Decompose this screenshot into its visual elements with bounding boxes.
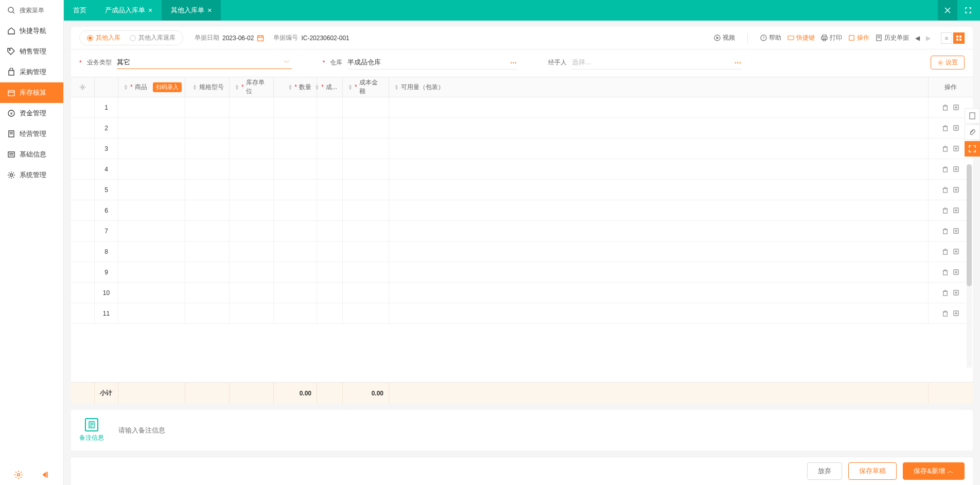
nav-funds[interactable]: ¥ 资金管理 [0, 103, 63, 124]
sort-icon[interactable]: ▲▼ [288, 84, 292, 90]
save-new-button[interactable]: 保存&新增︿ [903, 462, 965, 480]
th-cost[interactable]: ▲▼*成... [317, 77, 343, 97]
more-icon[interactable]: ⋯ [510, 59, 517, 66]
add-icon[interactable] [953, 228, 959, 234]
table-row[interactable]: 7 [71, 221, 973, 241]
biz-type-input[interactable] [117, 57, 292, 69]
radio-other-return[interactable]: 其他入库退库 [130, 33, 176, 42]
more-icon[interactable]: ⋯ [734, 59, 742, 66]
print-link[interactable]: 打印 [821, 33, 842, 42]
view-list-button[interactable]: ≡ [941, 32, 952, 44]
scrollbar[interactable] [967, 164, 972, 368]
close-all-button[interactable] [938, 0, 957, 21]
nav-basic[interactable]: 基础信息 [0, 144, 63, 165]
chevron-down-icon[interactable]: ﹀ [284, 58, 290, 67]
add-icon[interactable] [953, 207, 959, 214]
table-row[interactable]: 11 [71, 303, 973, 324]
delete-icon[interactable] [942, 207, 949, 214]
add-icon[interactable] [953, 145, 959, 152]
delete-icon[interactable] [942, 145, 949, 152]
tab-other-in[interactable]: 其他入库单× [162, 0, 221, 21]
close-icon[interactable]: × [148, 6, 152, 14]
add-icon[interactable] [953, 125, 959, 131]
th-available[interactable]: ▲▼可用量（包装） [389, 77, 929, 97]
calendar-icon[interactable] [257, 34, 264, 42]
float-expand-button[interactable] [965, 141, 980, 157]
add-icon[interactable] [953, 166, 959, 172]
th-unit[interactable]: ▲▼*库存单位 [230, 77, 274, 97]
nav-purchase[interactable]: 采购管理 [0, 62, 63, 82]
delete-icon[interactable] [942, 289, 949, 296]
table-row[interactable]: 3 [71, 138, 973, 159]
next-icon[interactable]: ▶ [926, 34, 931, 42]
nav-quick[interactable]: 快捷导航 [0, 21, 63, 41]
sort-icon[interactable]: ▲▼ [348, 84, 353, 90]
scan-button[interactable]: 扫码录入 [153, 82, 182, 92]
collapse-icon[interactable] [40, 470, 49, 479]
remarks-input[interactable] [114, 418, 965, 442]
th-qty[interactable]: ▲▼*数量 [274, 77, 317, 97]
th-gear[interactable] [71, 77, 95, 97]
table-row[interactable]: 9 [71, 262, 973, 283]
action-label: 操作 [857, 33, 869, 42]
float-attach-button[interactable] [965, 125, 980, 140]
tab-product-in[interactable]: 产成品入库单× [96, 0, 162, 21]
table-row[interactable]: 6 [71, 200, 973, 221]
sort-icon[interactable]: ▲▼ [394, 84, 399, 90]
nav-system[interactable]: 系统管理 [0, 165, 63, 185]
delete-icon[interactable] [942, 104, 949, 111]
float-note-button[interactable] [965, 108, 980, 124]
table-row[interactable]: 2 [71, 118, 973, 138]
history-link[interactable]: 历史单据 [876, 33, 909, 42]
operate-link[interactable]: 操作 [848, 33, 869, 42]
table-row[interactable]: 10 [71, 283, 973, 303]
delete-icon[interactable] [942, 310, 949, 317]
video-link[interactable]: 视频 [714, 33, 735, 42]
help-link[interactable]: ?帮助 [760, 33, 781, 42]
sort-icon[interactable]: ▲▼ [124, 84, 128, 90]
table-row[interactable]: 8 [71, 241, 973, 262]
shortcut-link[interactable]: 快捷键 [787, 33, 815, 42]
table-row[interactable]: 1 [71, 97, 973, 118]
nav-business[interactable]: 经营管理 [0, 124, 63, 144]
delete-icon[interactable] [942, 269, 949, 275]
add-icon[interactable] [953, 186, 959, 193]
nav-sales[interactable]: 销售管理 [0, 41, 63, 62]
view-form-button[interactable] [953, 32, 965, 44]
handler-select[interactable]: 选择... ⋯ [572, 56, 742, 70]
add-icon[interactable] [953, 269, 959, 275]
sort-icon[interactable]: ▲▼ [314, 84, 319, 90]
add-icon[interactable] [953, 104, 959, 111]
th-spec[interactable]: ▲▼规格型号 [185, 77, 230, 97]
delete-icon[interactable] [942, 166, 949, 172]
discard-button[interactable]: 放弃 [807, 462, 842, 480]
warehouse-select[interactable]: 半成品仓库 ⋯ [347, 56, 517, 70]
save-draft-button[interactable]: 保存草稿 [848, 462, 897, 480]
nav-inventory[interactable]: 库存核算 [0, 82, 63, 103]
add-icon[interactable] [953, 289, 959, 296]
search-menu[interactable]: 搜索菜单 [0, 0, 63, 21]
radio-other-in[interactable]: 其他入库 [87, 33, 120, 42]
nav-label: 销售管理 [20, 47, 46, 56]
th-amount[interactable]: ▲▼*成本金额 [343, 77, 389, 97]
row-index: 6 [95, 200, 118, 220]
prev-icon[interactable]: ◀ [915, 34, 920, 42]
delete-icon[interactable] [942, 228, 949, 234]
add-icon[interactable] [953, 248, 959, 255]
sort-icon[interactable]: ▲▼ [235, 84, 239, 90]
close-icon[interactable]: × [207, 6, 212, 14]
th-product[interactable]: ▲▼*商品扫码录入 [118, 77, 185, 97]
delete-icon[interactable] [942, 186, 949, 193]
tab-home[interactable]: 首页 [64, 0, 96, 21]
settings-icon[interactable] [14, 470, 23, 479]
add-icon[interactable] [953, 310, 959, 317]
table-row[interactable]: 4 [71, 159, 973, 180]
delete-icon[interactable] [942, 125, 949, 131]
date-value[interactable]: 2023-06-02 [222, 34, 254, 42]
table-row[interactable]: 5 [71, 180, 973, 200]
delete-icon[interactable] [942, 248, 949, 255]
scroll-thumb[interactable] [967, 164, 972, 286]
settings-button[interactable]: 设置 [931, 56, 965, 70]
sort-icon[interactable]: ▲▼ [192, 84, 197, 90]
fullscreen-button[interactable] [958, 0, 978, 21]
